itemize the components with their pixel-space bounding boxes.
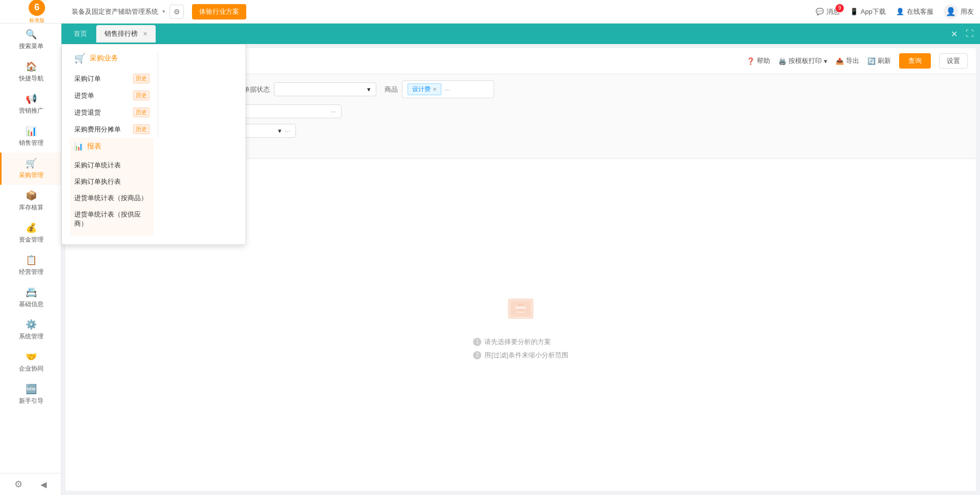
message-icon: 💬 [816, 8, 824, 15]
goods-tag-close[interactable]: ✕ [433, 87, 437, 92]
sidebar: 🔍 搜索菜单 🏠 快捷导航 📢 营销推广 📊 销售管理 🛒 采购管理 📦 库存核… [0, 24, 61, 495]
goods-more[interactable]: ··· [444, 85, 450, 93]
dropdown-inbound-return[interactable]: 进货退货 历史 [74, 104, 150, 121]
system-title: 装备及固定资产辅助管理系统 [72, 7, 158, 16]
main-layout: 🔍 搜索菜单 🏠 快捷导航 📢 营销推广 📊 销售管理 🛒 采购管理 📦 库存核… [0, 24, 980, 495]
settings-btn[interactable]: 设置 [939, 53, 968, 69]
refresh-btn[interactable]: 🔄 刷新 [867, 56, 891, 66]
sales-icon: 📊 [26, 125, 37, 137]
customer-more[interactable]: ··· [285, 127, 290, 135]
print-dropdown-icon[interactable]: ▾ [824, 57, 827, 65]
tab-home[interactable]: 首页 [66, 25, 95, 42]
dropdown-purchase-expense[interactable]: 采购费用分摊单 历史 [74, 121, 150, 138]
tab-close-all-icon[interactable]: ✕ [949, 27, 960, 41]
sidebar-item-operations[interactable]: 📋 经营管理 [0, 249, 61, 282]
status-label: 单据状态 [243, 85, 270, 94]
sidebar-item-purchase[interactable]: 🛒 采购管理 [0, 153, 61, 185]
purchase-dropdown-menu: 🛒 采购业务 采购订单 历史 进货单 历史 进货退货 [61, 44, 246, 245]
sidebar-bottom: ⚙ ◀ [0, 473, 61, 495]
service-icon: 👤 [896, 8, 904, 15]
sidebar-item-quicknav[interactable]: 🏠 快捷导航 [0, 56, 61, 88]
sidebar-collapse-btn[interactable]: ◀ [40, 480, 47, 489]
tab-bar-right: ✕ ⛶ [949, 27, 976, 41]
app-download-btn[interactable]: 📱 App下载 [850, 7, 886, 16]
settings-icon-btn[interactable]: ⚙ [169, 5, 184, 19]
finance-icon: 💰 [26, 222, 37, 233]
title-dropdown-arrow[interactable]: ▾ [162, 8, 165, 15]
avatar: 👤 [944, 5, 958, 19]
tab-close-icon[interactable]: ✕ [143, 31, 147, 37]
tab-expand-icon[interactable]: ⛶ [964, 27, 976, 41]
online-service-btn[interactable]: 👤 在线客服 [896, 7, 933, 16]
dropdown-purchase-order[interactable]: 采购订单 历史 [74, 70, 150, 87]
goods-label: 商品 [385, 85, 398, 94]
dropdown-divider [158, 53, 158, 138]
refresh-icon: 🔄 [867, 57, 876, 65]
goods-filter: 商品 设计费 ✕ ··· [385, 80, 494, 98]
tab-bar: 首页 销售排行榜 ✕ ✕ ⛶ [61, 24, 980, 44]
empty-tips: 1 请先选择要分析的方案 2 用[过滤]条件来缩小分析范围 [473, 335, 568, 362]
sidebar-item-finance[interactable]: 💰 资金管理 [0, 217, 61, 249]
goods-input[interactable]: 设计费 ✕ ··· [402, 80, 494, 98]
sidebar-item-sales[interactable]: 📊 销售管理 [0, 120, 61, 153]
status-filter: 单据状态 ▾ [243, 82, 376, 96]
dropdown-inbound-stats-goods[interactable]: 进货单统计表（按商品） [74, 190, 150, 206]
dropdown-purchase-order-stats[interactable]: 采购订单统计表 [74, 157, 150, 174]
logo-text: 标准版 [29, 17, 45, 24]
system-title-area: 装备及固定资产辅助管理系统 ▾ ⚙ 体验行业方案 [72, 4, 246, 19]
status-dropdown-icon: ▾ [367, 85, 371, 93]
help-btn[interactable]: ❓ 帮助 [747, 56, 770, 66]
sidebar-item-basic[interactable]: 📇 基础信息 [0, 282, 61, 314]
query-btn[interactable]: 查询 [899, 53, 931, 69]
purchase-icon: 🛒 [26, 158, 37, 169]
tab-and-menu: 首页 销售排行榜 ✕ ✕ ⛶ 🛒 采购业 [61, 24, 980, 44]
empty-illustration [500, 288, 541, 329]
export-icon: 📤 [836, 57, 844, 65]
sidebar-item-guide[interactable]: 🆕 新手引导 [0, 378, 61, 411]
content-area: 首页 销售排行榜 ✕ ✕ ⛶ 🛒 采购业 [61, 24, 980, 495]
sidebar-item-coop[interactable]: 🤝 企业协同 [0, 346, 61, 378]
basic-icon: 📇 [26, 287, 37, 298]
print-btn[interactable]: 🖨️ 按模板打印 ▾ [778, 56, 827, 66]
history-badge-1: 历史 [133, 91, 150, 100]
sidebar-item-system[interactable]: ⚙️ 系统管理 [0, 314, 61, 346]
logo-icon: 6 [29, 0, 45, 16]
mobile-icon: 📱 [850, 8, 858, 15]
top-header: 6 标准版 装备及固定资产辅助管理系统 ▾ ⚙ 体验行业方案 💬 消息 9 📱 … [0, 0, 980, 24]
sidebar-item-marketing[interactable]: 📢 营销推广 [0, 88, 61, 120]
print-icon: 🖨️ [778, 57, 786, 65]
purchase-section-icon: 🛒 [74, 53, 86, 64]
status-select[interactable]: ▾ [274, 82, 376, 96]
marketing-icon: 📢 [26, 93, 37, 104]
dropdown-inbound-stats-supplier[interactable]: 进货单统计表（按供应商） [74, 206, 150, 232]
dropdown-inbound[interactable]: 进货单 历史 [74, 87, 150, 104]
report-section: 📊 报表 采购订单统计表 采购订单执行表 进货单统计表（按商品） [70, 138, 154, 236]
coop-icon: 🤝 [26, 351, 37, 362]
goods-tag: 设计费 ✕ [408, 83, 441, 95]
help-icon: ❓ [747, 57, 755, 65]
report-section-icon: 📊 [74, 142, 83, 150]
industry-btn[interactable]: 体验行业方案 [192, 4, 246, 19]
dropdown-grid: 🛒 采购业务 采购订单 历史 进货单 历史 进货退货 [70, 53, 237, 236]
user-area[interactable]: 👤 用友 [944, 5, 974, 19]
tab-sales-rank[interactable]: 销售排行榜 ✕ [96, 25, 156, 42]
message-btn[interactable]: 💬 消息 9 [816, 7, 840, 16]
salesperson-more[interactable]: ··· [330, 107, 336, 115]
history-badge-2: 历史 [133, 107, 150, 117]
guide-icon: 🆕 [26, 383, 37, 395]
purchase-section-title: 🛒 采购业务 [74, 53, 150, 64]
history-badge-3: 历史 [133, 124, 150, 134]
system-icon: ⚙️ [26, 319, 37, 330]
sidebar-settings-btn[interactable]: ⚙ [14, 479, 23, 490]
home-icon: 🏠 [26, 61, 37, 72]
logo-area: 6 标准版 [6, 0, 68, 24]
operations-icon: 📋 [26, 254, 37, 266]
search-icon: 🔍 [26, 29, 37, 40]
salesperson-input[interactable]: ··· [239, 104, 342, 118]
dropdown-purchase-order-exec[interactable]: 采购订单执行表 [74, 174, 150, 190]
sidebar-item-inventory[interactable]: 📦 库存核算 [0, 185, 61, 217]
export-btn[interactable]: 📤 导出 [836, 56, 859, 66]
sidebar-item-search[interactable]: 🔍 搜索菜单 [0, 24, 61, 56]
empty-tip-2: 2 用[过滤]条件来缩小分析范围 [473, 349, 568, 362]
purchase-business-section: 🛒 采购业务 采购订单 历史 进货单 历史 进货退货 [70, 53, 154, 138]
